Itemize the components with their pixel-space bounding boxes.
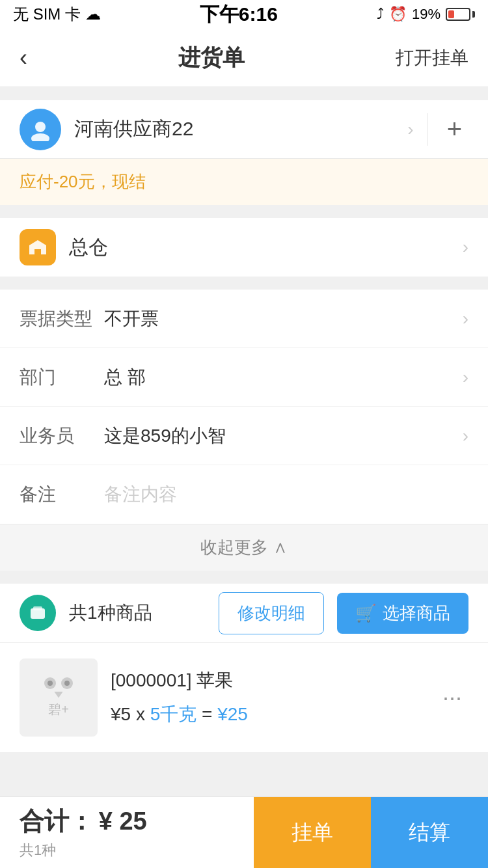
svg-point-0 [35,122,46,132]
product-total: ¥25 [217,704,248,724]
add-supplier-button[interactable]: + [441,115,468,144]
battery-indicator [446,8,475,21]
product-title: 苹果 [197,670,233,690]
status-right: ⤴ ⏰ 19% [377,6,475,23]
svg-point-1 [31,133,49,141]
warehouse-name: 总仓 [69,234,456,261]
alarm-icon: ⏰ [389,6,407,23]
back-icon: ‹ [20,44,27,71]
warehouse-icon [20,229,56,265]
salesperson-row[interactable]: 业务员 这是859的小智 › [0,407,488,465]
location-icon: ⤴ [377,6,384,23]
supplier-name: 河南供应商22 [74,116,401,142]
total-amount: 合计： ¥ 25 [20,805,234,838]
supplier-row[interactable]: 河南供应商22 › + [0,100,488,159]
invoice-type-value: 不开票 [104,306,456,331]
invoice-type-label: 票据类型 [20,306,104,331]
products-count: 共1种商品 [69,601,206,625]
warehouse-row[interactable]: 总仓 › [0,218,488,277]
payment-hint: 应付-20元，现结 [0,159,488,205]
form-section: 票据类型 不开票 › 部门 总 部 › 业务员 这是859的小智 › 备注 备注… [0,290,488,524]
settle-button[interactable]: 结算 [371,797,488,868]
battery-label: 19% [412,6,441,23]
sim-label: 无 SIM 卡 ☁ [13,4,101,25]
supplier-chevron-icon: › [407,119,413,140]
status-time: 下午6:16 [200,1,278,28]
salesperson-label: 业务员 [20,424,104,448]
salesperson-chevron: › [463,426,468,446]
supplier-divider [427,113,427,146]
price-equals: = [202,704,217,724]
supplier-section: 河南供应商22 › + 应付-20元，现结 [0,100,488,205]
cart-icon: 🛒 [355,603,376,623]
remark-input[interactable]: 备注内容 [104,482,468,507]
products-icon [20,595,56,631]
open-pending-button[interactable]: 打开挂单 [396,46,468,70]
product-name: [0000001] 苹果 [111,668,423,693]
product-thumbnail: 碧+ [20,658,98,737]
total-count: 共1种 [20,841,234,860]
page-title: 进货单 [178,43,245,73]
products-header: 共1种商品 修改明细 🛒 选择商品 [0,584,488,642]
product-item: 碧+ [0000001] 苹果 ¥5 x 5千克 = ¥25 ··· [0,642,488,752]
status-left: 无 SIM 卡 ☁ [13,4,101,25]
price-multiply: x [136,704,150,724]
salesperson-value: 这是859的小智 [104,424,456,448]
total-value: ¥ 25 [99,807,147,835]
invoice-type-chevron: › [463,308,468,329]
nav-bar: ‹ 进货单 打开挂单 [0,29,488,87]
svg-rect-2 [34,249,41,254]
bottom-bar: 合计： ¥ 25 共1种 挂单 结算 [0,796,488,868]
remark-row[interactable]: 备注 备注内容 [0,465,488,524]
product-unit-price: ¥5 [111,704,131,724]
product-quantity: 5千克 [150,704,197,724]
gap-4 [0,571,488,584]
edit-details-button[interactable]: 修改明细 [219,592,324,634]
select-product-label: 选择商品 [383,602,450,625]
gap-1 [0,87,488,100]
status-bar: 无 SIM 卡 ☁ 下午6:16 ⤴ ⏰ 19% [0,0,488,29]
gap-3 [0,277,488,290]
department-chevron: › [463,367,468,388]
supplier-avatar [20,109,61,150]
product-more-button[interactable]: ··· [436,684,468,711]
product-price: ¥5 x 5千克 = ¥25 [111,702,423,727]
warehouse-chevron-icon: › [463,237,468,258]
gap-2 [0,205,488,218]
svg-rect-4 [33,606,42,610]
product-code: [0000001] [111,670,192,690]
warehouse-section: 总仓 › [0,218,488,277]
select-product-button[interactable]: 🛒 选择商品 [337,593,468,634]
hang-order-button[interactable]: 挂单 [254,797,371,868]
invoice-type-row[interactable]: 票据类型 不开票 › [0,290,488,348]
collapse-label: 收起更多 ∧ [200,536,287,559]
total-section: 合计： ¥ 25 共1种 [0,797,254,868]
total-label: 合计： [20,807,94,835]
department-row[interactable]: 部门 总 部 › [0,348,488,407]
product-info: [0000001] 苹果 ¥5 x 5千克 = ¥25 [111,668,423,727]
remark-label: 备注 [20,482,104,507]
collapse-bar[interactable]: 收起更多 ∧ [0,524,488,571]
department-label: 部门 [20,365,104,390]
back-button[interactable]: ‹ [20,44,27,72]
department-value: 总 部 [104,365,456,390]
